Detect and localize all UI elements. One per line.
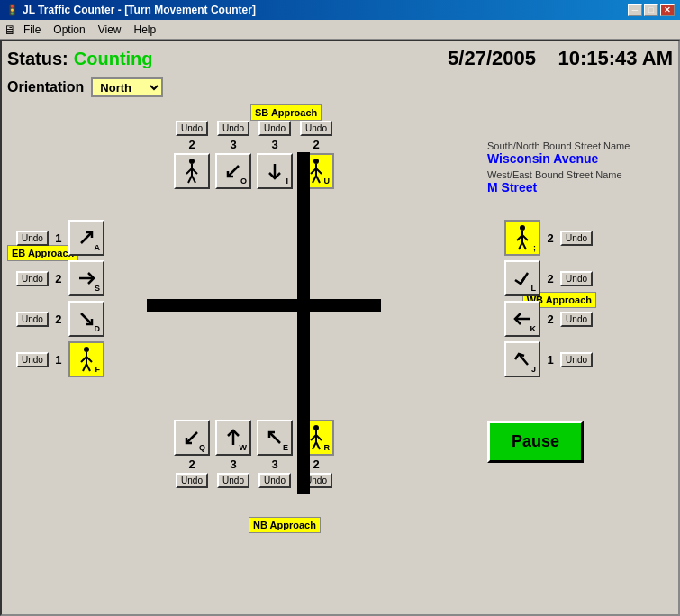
time-display: 10:15:43 AM — [558, 47, 673, 69]
main-window: Status: Counting 5/27/2005 10:15:43 AM O… — [0, 40, 680, 616]
top-cell-p: Undo 2 P — [174, 121, 210, 189]
right-row-1: ; 2 Undo — [504, 220, 593, 256]
svg-line-28 — [522, 242, 526, 249]
undo-f[interactable]: Undo — [16, 352, 49, 367]
svg-point-17 — [84, 347, 89, 352]
svg-line-21 — [83, 364, 86, 371]
btn-a[interactable]: A — [68, 220, 104, 256]
count-d: 2 — [52, 313, 65, 326]
undo-i[interactable]: Undo — [258, 121, 291, 136]
btn-s[interactable]: S — [68, 260, 104, 296]
undo-s[interactable]: Undo — [16, 271, 49, 286]
btn-j[interactable]: J — [504, 341, 540, 377]
status-value: Counting — [74, 49, 153, 69]
status-bar: Status: Counting 5/27/2005 10:15:43 AM — [7, 47, 673, 70]
close-button[interactable]: ✕ — [660, 4, 675, 16]
app-icon: 🚦 — [5, 4, 19, 16]
left-row-4: Undo 1 F — [16, 341, 104, 377]
road-vertical — [297, 152, 310, 494]
count-o: 3 — [230, 138, 236, 151]
svg-point-0 — [189, 159, 195, 164]
minimize-button[interactable]: ─ — [628, 4, 642, 16]
left-row-2: Undo 2 S — [16, 260, 104, 296]
undo-u[interactable]: Undo — [300, 121, 332, 136]
bottom-buttons-row: Q 2 Undo W 3 Undo — [174, 420, 334, 488]
svg-line-6 — [228, 166, 239, 177]
svg-line-16 — [81, 313, 92, 324]
undo-l[interactable]: Undo — [560, 271, 593, 286]
menu-option[interactable]: Option — [48, 22, 90, 38]
count-k: 2 — [544, 313, 557, 326]
undo-w[interactable]: Undo — [217, 473, 249, 488]
undo-p[interactable]: Undo — [176, 121, 208, 136]
undo-q[interactable]: Undo — [176, 473, 208, 488]
top-cell-o: Undo 3 O — [215, 121, 251, 189]
btn-w[interactable]: W — [215, 420, 251, 456]
menu-bar: 🖥 File Option View Help — [0, 20, 680, 40]
count-s: 2 — [52, 272, 65, 285]
date-display: 5/27/2005 — [448, 47, 536, 69]
svg-line-14 — [81, 232, 92, 243]
right-row-2: L 2 Undo — [504, 260, 593, 296]
counter-grid: SB Approach Undo 2 P — [7, 103, 602, 535]
sb-approach-label: SB Approach — [250, 104, 322, 121]
svg-line-32 — [186, 432, 197, 443]
maximize-button[interactable]: □ — [644, 4, 658, 16]
pause-button[interactable]: Pause — [487, 421, 584, 463]
btn-q[interactable]: Q — [174, 420, 210, 456]
title-bar-left: 🚦 JL Traffic Counter - [Turn Movement Co… — [5, 4, 256, 16]
count-e: 3 — [271, 457, 277, 471]
btn-k[interactable]: K — [504, 301, 540, 337]
svg-line-5 — [192, 176, 195, 183]
svg-line-12 — [313, 176, 316, 183]
undo-d[interactable]: Undo — [16, 312, 49, 327]
count-f: 1 — [52, 353, 65, 367]
left-row-1: Undo 1 A — [16, 220, 104, 256]
title-bar: 🚦 JL Traffic Counter - [Turn Movement Co… — [0, 0, 680, 20]
left-row-3: Undo 2 D — [16, 301, 104, 337]
menu-help[interactable]: Help — [129, 22, 162, 38]
count-semi: 2 — [544, 231, 557, 245]
undo-j[interactable]: Undo — [560, 352, 593, 367]
svg-line-13 — [316, 176, 320, 183]
svg-point-23 — [520, 225, 525, 231]
count-a: 1 — [52, 231, 65, 245]
undo-o[interactable]: Undo — [217, 121, 249, 136]
count-i: 3 — [271, 138, 277, 151]
btn-semicolon[interactable]: ; — [504, 220, 540, 256]
menu-view[interactable]: View — [93, 22, 127, 38]
orientation-select[interactable]: North South East West — [91, 77, 163, 97]
btn-f[interactable]: F — [68, 341, 104, 377]
svg-point-35 — [313, 425, 319, 430]
svg-line-4 — [188, 176, 192, 183]
undo-semi[interactable]: Undo — [560, 231, 593, 246]
top-cell-i: Undo 3 I — [257, 121, 293, 189]
undo-e[interactable]: Undo — [258, 473, 291, 488]
bottom-cell-q: Q 2 Undo — [174, 420, 210, 488]
svg-line-22 — [86, 364, 90, 371]
road-horizontal — [147, 299, 381, 312]
menu-file[interactable]: File — [18, 22, 46, 38]
count-r: 2 — [313, 457, 319, 471]
title-text: JL Traffic Counter - [Turn Movement Coun… — [23, 4, 256, 16]
btn-d[interactable]: D — [68, 301, 104, 337]
right-row-4: J 1 Undo — [504, 341, 593, 377]
title-bar-buttons: ─ □ ✕ — [628, 4, 675, 16]
btn-e[interactable]: E — [257, 420, 293, 456]
orientation-row: Orientation North South East West — [7, 77, 673, 97]
btn-l[interactable]: L — [504, 260, 540, 296]
undo-a[interactable]: Undo — [16, 231, 49, 246]
count-q: 2 — [188, 457, 195, 471]
count-p: 2 — [188, 138, 195, 151]
status-label: Status: — [7, 49, 68, 69]
count-j: 1 — [544, 353, 557, 367]
bottom-cell-e: E 3 Undo — [257, 420, 293, 488]
btn-i[interactable]: I — [257, 153, 293, 189]
btn-p[interactable]: P — [174, 153, 210, 189]
count-l: 2 — [544, 272, 557, 285]
bottom-cell-w: W 3 Undo — [215, 420, 251, 488]
svg-line-39 — [313, 442, 316, 449]
svg-line-40 — [316, 442, 320, 449]
undo-k[interactable]: Undo — [560, 312, 593, 327]
btn-o[interactable]: O — [215, 153, 251, 189]
